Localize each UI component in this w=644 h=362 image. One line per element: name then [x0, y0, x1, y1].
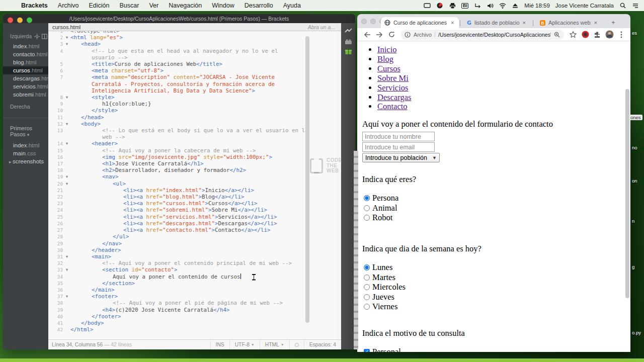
fold-arrow-icon[interactable]: ▼: [63, 140, 70, 147]
eject-icon[interactable]: [512, 3, 519, 9]
new-tab-button[interactable]: +: [611, 19, 615, 26]
insert-mode-toggle[interactable]: INS: [210, 340, 229, 349]
menu-user[interactable]: Jose Vicente Carratala: [555, 3, 614, 9]
back-button[interactable]: [362, 30, 372, 40]
fold-arrow-icon[interactable]: ▼: [63, 253, 70, 260]
sidebar-file-contacto.html[interactable]: contacto.html: [3, 50, 48, 58]
radio-persona[interactable]: [364, 195, 370, 201]
chrome-menu-icon[interactable]: [616, 30, 626, 40]
menu-item-navegación[interactable]: Navegación: [164, 2, 207, 9]
printer-icon[interactable]: [449, 3, 456, 9]
close-window-button[interactable]: [361, 19, 367, 24]
page-link-servicios[interactable]: Servicios: [377, 83, 408, 93]
live-preview-icon[interactable]: [345, 28, 352, 35]
desktop-icon-label[interactable]: g: [632, 264, 634, 269]
text-input-2[interactable]: [362, 142, 435, 152]
fold-arrow-icon[interactable]: ▼: [63, 121, 70, 127]
brackets-titlebar[interactable]: /Users/josevicente/Desktop/CursoAplicaci…: [3, 14, 355, 23]
text-input-1[interactable]: [362, 132, 435, 141]
extensions-puzzle-icon[interactable]: [592, 30, 602, 40]
page-link-inicio[interactable]: Inicio: [377, 45, 397, 54]
display-mirroring-icon[interactable]: [424, 3, 431, 9]
minimize-window-button[interactable]: [370, 19, 376, 24]
menu-item-ayuda[interactable]: Ayuda: [278, 2, 306, 9]
screen-record-icon[interactable]: [436, 3, 443, 9]
radio-jueves[interactable]: [364, 294, 370, 300]
page-scrollbar-thumb[interactable]: [625, 89, 629, 298]
extension-manager-gift-icon[interactable]: [345, 48, 352, 55]
tab-close-icon[interactable]: ×: [523, 20, 526, 26]
sidebar-file-index.html[interactable]: index.html: [3, 42, 48, 50]
radio-animal[interactable]: [364, 205, 370, 211]
active-file-label[interactable]: cursos.html: [52, 24, 80, 30]
menu-item-ver[interactable]: Ver: [144, 2, 164, 9]
menu-item-archivo[interactable]: Archivo: [53, 2, 84, 9]
radio-miercoles[interactable]: [364, 284, 370, 290]
forward-button[interactable]: [374, 30, 384, 40]
tab-close-icon[interactable]: ×: [451, 20, 454, 26]
profile-avatar[interactable]: [604, 30, 614, 40]
reload-button[interactable]: [386, 30, 396, 40]
browser-tab-2[interactable]: Glistado de poblacion de es×: [463, 17, 529, 28]
page-info-icon[interactable]: [405, 32, 411, 38]
close-window-button[interactable]: [8, 18, 13, 23]
browser-tab-3[interactable]: BAplicaciones web: Select d×: [536, 17, 601, 28]
encoding-dropdown[interactable]: UTF-8▼: [229, 340, 260, 349]
gear-icon[interactable]: [34, 34, 40, 39]
page-link-sobre-mi[interactable]: Sobre Mi: [377, 73, 409, 83]
sidebar-file-blog.html[interactable]: blog.html: [3, 58, 48, 66]
sidebar-file-cursos.html[interactable]: cursos.html: [3, 66, 48, 74]
desktop-icon-label[interactable]: on: [632, 178, 637, 184]
fold-arrow-icon[interactable]: ▼: [63, 180, 70, 187]
fold-arrow-icon[interactable]: ▼: [63, 94, 70, 101]
code-editor[interactable]: 1<!doctype html>2▼<html lang="es">3▼<hea…: [48, 31, 341, 339]
page-link-contacto[interactable]: Contacto: [377, 102, 408, 111]
minimize-window-button[interactable]: [17, 18, 23, 23]
page-link-cursos[interactable]: Cursos: [377, 64, 400, 73]
sidebar-file-sobremi.html[interactable]: sobremi.html: [3, 90, 48, 99]
project-dropdown[interactable]: Primeros Pasos ▾: [3, 122, 48, 141]
fold-arrow-icon[interactable]: ▼: [63, 34, 70, 41]
extension-brick-icon[interactable]: [345, 39, 352, 44]
zoom-window-button[interactable]: [27, 18, 32, 23]
lint-status-icon[interactable]: [289, 340, 304, 349]
desktop-icon-label[interactable]: n: [632, 218, 634, 224]
population-select[interactable]: Introduce tu población▼: [362, 153, 440, 162]
adblock-extension-icon[interactable]: [580, 30, 590, 40]
fold-arrow-icon[interactable]: ▼: [63, 293, 70, 300]
project-file-main.css[interactable]: main.css: [3, 149, 48, 157]
page-link-blog[interactable]: Blog: [377, 54, 393, 64]
menu-item-brackets[interactable]: Brackets: [16, 2, 53, 9]
keyboard-input-icon[interactable]: [474, 3, 481, 9]
radio-robot[interactable]: [364, 215, 370, 221]
editor-scrollbar-thumb[interactable]: [305, 36, 309, 323]
bookmark-star-icon[interactable]: [568, 30, 578, 40]
radio-lunes[interactable]: [364, 264, 370, 270]
desktop-icon-label[interactable]: no: [632, 145, 637, 150]
zoom-page-icon[interactable]: [554, 32, 560, 38]
spotlight-search-icon[interactable]: [619, 3, 626, 9]
project-file-index.html[interactable]: index.html: [3, 141, 48, 149]
fold-arrow-icon[interactable]: ▼: [63, 173, 70, 180]
notification-center-icon[interactable]: [632, 3, 639, 9]
fold-arrow-icon[interactable]: ▼: [63, 266, 70, 273]
browser-tab-1[interactable]: Curso de aplicaciones Web×: [381, 17, 459, 28]
split-view-icon[interactable]: [42, 34, 47, 39]
tab-close-icon[interactable]: ×: [594, 20, 597, 26]
project-file-screenshots[interactable]: ▸ screenshots: [3, 157, 48, 165]
menu-item-desarrollo[interactable]: Desarrollo: [239, 2, 278, 9]
wifi-icon[interactable]: [499, 3, 506, 9]
address-bar[interactable]: Archivo /Users/josevicente/Desktop/Curso…: [400, 30, 564, 40]
menu-clock[interactable]: Mié 18:59: [524, 3, 550, 9]
volume-icon[interactable]: [487, 3, 494, 9]
radio-viernes[interactable]: [364, 304, 370, 310]
desktop-icon-label[interactable]: es: [632, 30, 637, 36]
fold-arrow-icon[interactable]: ▼: [63, 41, 70, 47]
bi-status-icon[interactable]: BI: [461, 3, 468, 9]
page-link-descargas[interactable]: Descargas: [377, 93, 412, 102]
desktop-icon-label[interactable]: o.py: [632, 330, 641, 335]
radio-martes[interactable]: [364, 275, 370, 281]
sidebar-file-descargas.html[interactable]: descargas.html: [3, 74, 48, 82]
indent-spaces-setting[interactable]: Espacios: 4: [304, 340, 341, 349]
checkbox-personal[interactable]: ✓: [364, 349, 370, 352]
